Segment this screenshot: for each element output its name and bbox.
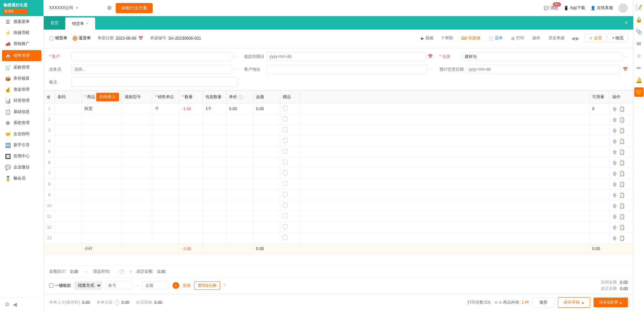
sidebar-item-quicknav[interactable]: ⚡ 快捷导航 xyxy=(0,27,43,38)
sidebar-item-basic[interactable]: 📋 基础信息 xyxy=(0,106,43,117)
fee-help-icon[interactable]: ? xyxy=(224,283,226,288)
row-5-gift[interactable] xyxy=(280,147,300,157)
add-payment-btn[interactable]: + xyxy=(173,282,179,289)
row-8-delete-icon[interactable]: 🗑 xyxy=(612,182,617,187)
row-8-pkg[interactable] xyxy=(203,179,226,190)
row-1-spec[interactable] xyxy=(122,104,152,114)
company-selector[interactable]: XXXXXX公司 ▼ xyxy=(49,5,103,11)
row-9-qty[interactable] xyxy=(179,190,203,200)
right-panel-active-icon[interactable]: 🧡 xyxy=(634,87,644,97)
row-3-amount[interactable] xyxy=(253,125,280,136)
row-6-delete-icon[interactable]: 🗑 xyxy=(612,160,617,165)
row-12-barcode[interactable] xyxy=(55,222,82,233)
expected-date-calendar-icon[interactable]: 📅 xyxy=(623,67,628,72)
row-12-qty[interactable] xyxy=(179,222,203,233)
row-1-amount[interactable]: 0.00 xyxy=(253,104,280,114)
customer-addr-input[interactable] xyxy=(266,65,427,74)
row-3-copy-icon[interactable]: 📋 xyxy=(619,128,625,133)
row-13-unit[interactable] xyxy=(152,233,179,243)
right-panel-attach-icon[interactable]: 📎 xyxy=(634,27,644,36)
row-2-price[interactable] xyxy=(226,114,253,125)
row-12-spec[interactable] xyxy=(122,222,152,233)
row-12-delete-icon[interactable]: 🗑 xyxy=(612,225,617,230)
row-8-product[interactable] xyxy=(82,179,122,190)
total-owe-info-icon[interactable]: ? xyxy=(115,300,119,305)
row-9-spec[interactable] xyxy=(122,190,152,200)
payment-amount-input[interactable] xyxy=(142,281,169,290)
row-9-unit[interactable] xyxy=(152,190,179,200)
date-calendar-icon[interactable]: 📅 xyxy=(138,36,143,41)
row-6-barcode[interactable] xyxy=(55,157,82,168)
nav-next-icon[interactable]: ▶ xyxy=(576,36,579,41)
row-4-qty[interactable] xyxy=(179,136,203,147)
row-12-unit[interactable] xyxy=(152,222,179,233)
row-9-delete-icon[interactable]: 🗑 xyxy=(612,192,617,198)
row-4-gift[interactable] xyxy=(280,136,300,147)
row-2-copy-icon[interactable]: 📋 xyxy=(619,117,625,122)
tab-close-icon[interactable]: × xyxy=(86,21,88,26)
row-1-product[interactable]: 拆货 xyxy=(82,104,122,114)
app-download-btn[interactable]: 📱 App下载 xyxy=(564,5,585,11)
row-13-qty[interactable] xyxy=(179,233,203,243)
sidebar-item-sales[interactable]: 🏠 销售管理 xyxy=(2,50,41,61)
row-11-delete-icon[interactable]: 🗑 xyxy=(612,214,617,219)
salesperson-more-icon[interactable]: ··· xyxy=(234,67,237,72)
row-4-barcode[interactable] xyxy=(55,136,82,147)
row-13-spec[interactable] xyxy=(122,233,152,243)
row-9-copy-icon[interactable]: 📋 xyxy=(619,192,625,198)
settings-btn[interactable]: ⊙ 设置 xyxy=(585,34,606,43)
row-1-gift[interactable] xyxy=(280,104,300,114)
save-new-btn[interactable]: 保存&新增 ▲ xyxy=(594,298,628,307)
row-9-amount[interactable] xyxy=(253,190,280,200)
sidebar-collapse-icon[interactable]: ◀ xyxy=(13,301,17,308)
row-10-copy-icon[interactable]: 📋 xyxy=(619,203,625,208)
row-12-gift[interactable] xyxy=(280,222,300,233)
row-11-copy-icon[interactable]: 📋 xyxy=(619,214,625,219)
row-2-amount[interactable] xyxy=(253,114,280,125)
row-3-spec[interactable] xyxy=(122,125,152,136)
sidebar-settings-icon[interactable]: ⚙ xyxy=(5,301,9,308)
tabbar-close-btn[interactable]: × xyxy=(625,20,628,26)
payment-date-input[interactable] xyxy=(266,52,425,61)
row-7-qty[interactable] xyxy=(179,168,203,179)
tab-home[interactable]: 首页 xyxy=(44,16,65,30)
radio-sales[interactable]: 销货单 xyxy=(49,35,67,41)
sidebar-item-guide[interactable]: 🆕 新手引导 xyxy=(0,140,43,151)
row-12-product[interactable] xyxy=(82,222,122,233)
row-12-price[interactable] xyxy=(226,222,253,233)
topbar-gear-icon[interactable]: ⚙ xyxy=(107,5,112,11)
customer-more-icon[interactable]: ··· xyxy=(234,54,237,59)
row-11-unit[interactable] xyxy=(152,211,179,222)
row-5-product[interactable] xyxy=(82,147,122,157)
row-7-price[interactable] xyxy=(226,168,253,179)
row-7-gift[interactable] xyxy=(280,168,300,179)
user-avatar[interactable] xyxy=(618,3,628,13)
row-5-amount[interactable] xyxy=(253,147,280,157)
row-3-pkg[interactable] xyxy=(203,125,226,136)
account-more-icon[interactable]: ··· xyxy=(136,283,139,288)
right-panel-pencil-icon[interactable]: ✏ xyxy=(634,63,644,73)
price-info-icon[interactable]: i xyxy=(238,95,243,100)
row-5-delete-icon[interactable]: 🗑 xyxy=(612,149,617,155)
sidebar-item-system[interactable]: ⚙ 系统管理 xyxy=(0,117,43,128)
row-4-price[interactable] xyxy=(226,136,253,147)
row-10-unit[interactable] xyxy=(152,200,179,211)
row-8-spec[interactable] xyxy=(122,179,152,190)
discard-btn[interactable]: 放弃 xyxy=(532,297,555,308)
row-2-spec[interactable] xyxy=(122,114,152,125)
row-8-qty[interactable] xyxy=(179,179,203,190)
row-7-delete-icon[interactable]: 🗑 xyxy=(612,171,617,176)
logistics-btn[interactable]: + 物流 xyxy=(608,34,628,43)
row-6-price[interactable] xyxy=(226,157,253,168)
row-6-spec[interactable] xyxy=(122,157,152,168)
sidebar-item-enterprise[interactable]: 🤝 企业协同 xyxy=(0,128,43,140)
discount-info-icon[interactable]: ? xyxy=(120,269,124,274)
row-13-product[interactable] xyxy=(82,233,122,243)
sidebar-item-purchase[interactable]: 🛒 采购管理 xyxy=(0,62,43,73)
row-13-pkg[interactable] xyxy=(203,233,226,243)
right-panel-mail-icon[interactable]: ✉ xyxy=(634,39,644,48)
row-3-barcode[interactable] xyxy=(55,125,82,136)
row-5-unit[interactable] xyxy=(152,147,179,157)
row-8-amount[interactable] xyxy=(253,179,280,190)
warehouse-input[interactable] xyxy=(462,52,622,61)
